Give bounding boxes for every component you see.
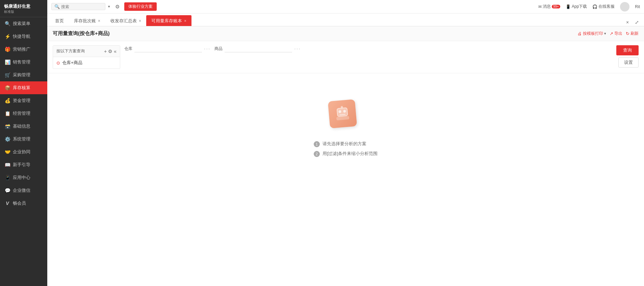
tip-number-2: 2 (314, 151, 320, 157)
sidebar-item-system[interactable]: ⚙️ 系统管理 (0, 133, 47, 146)
buttons-column: 查询 设置 (616, 45, 639, 68)
sidebar-label-guide: 新手引导 (13, 162, 30, 168)
sidebar-item-shortcut[interactable]: ⚡ 快捷导航 (0, 30, 47, 43)
sidebar-label-sales: 销售管理 (13, 59, 30, 65)
tab-summary[interactable]: 收发存汇总表 × (105, 15, 146, 26)
tab-summary-close[interactable]: × (139, 19, 141, 23)
mobile-icon: 📱 (5, 175, 10, 180)
close-icon: × (626, 20, 629, 25)
filter-inputs: 仓库 ··· 商品 ··· (124, 45, 612, 52)
sidebar-item-marketing[interactable]: 🎁 营销推广 (0, 43, 47, 56)
sidebar: 畅康通好生意 标准版 🔍 搜索菜单 ⚡ 快捷导航 🎁 营销推广 📊 销售管理 🛒… (0, 0, 47, 286)
app-download-label: App下载 (572, 4, 587, 9)
print-label: 按模板打印 (583, 31, 603, 36)
warehouse-dots-button[interactable]: ··· (204, 46, 210, 52)
export-icon: ↗ (610, 31, 613, 36)
online-service-label: 在线客服 (598, 4, 615, 9)
dropdown-arrow-search[interactable]: ▾ (108, 4, 110, 9)
book-icon: 📖 (5, 162, 10, 167)
scheme-add-button[interactable]: + (104, 49, 107, 54)
app-download-action[interactable]: 📱 App下载 (566, 4, 587, 9)
search-box[interactable]: 🔍 (51, 3, 105, 10)
filter-settings-button[interactable]: 设置 (618, 57, 639, 68)
search-input[interactable] (61, 4, 95, 9)
sidebar-label-member: 畅会员 (13, 200, 26, 206)
scheme-settings-button[interactable]: ⚙ (108, 49, 112, 54)
settings-btn-header[interactable]: ⚙ (113, 2, 122, 11)
print-action[interactable]: 🖨 按模板打印 ▾ (577, 31, 606, 36)
sidebar-item-member[interactable]: V 畅会员 (0, 197, 47, 210)
empty-tips: 1 请先选择要分析的方案 2 用[过滤]条件来缩小分析范围 (314, 141, 378, 157)
phone-icon: 📱 (566, 4, 571, 9)
tab-available-label: 可用量库存账本 (151, 18, 182, 24)
tab-actions: × ⤢ (620, 19, 644, 26)
sidebar-item-guide[interactable]: 📖 新手引导 (0, 158, 47, 171)
sidebar-item-basic[interactable]: 🗃️ 基础信息 (0, 120, 47, 133)
handshake-icon: 🤝 (5, 149, 10, 155)
goods-dots-button[interactable]: ··· (294, 46, 301, 52)
sidebar-item-sales[interactable]: 📊 销售管理 (0, 56, 47, 69)
wechat-icon: 💬 (5, 188, 10, 193)
sidebar-label-app: 应用中心 (13, 175, 30, 181)
tab-batch-close[interactable]: × (98, 19, 100, 23)
sidebar-label-search: 搜索菜单 (13, 21, 30, 27)
expand-icon: ⤢ (635, 20, 639, 25)
tab-home-label: 首页 (55, 18, 64, 24)
sidebar-item-inventory[interactable]: 📦 库存核算 (0, 81, 47, 94)
filter-scheme-header: 按以下方案查询 + ⚙ « (53, 46, 120, 57)
tab-bar: 首页 库存批次账 × 收发存汇总表 × 可用量库存账本 × × ⤢ (47, 14, 644, 26)
sidebar-label-operation: 经营管理 (13, 110, 30, 116)
empty-state: 1 请先选择要分析的方案 2 用[过滤]条件来缩小分析范围 (47, 73, 644, 184)
scheme-item-warehouse-goods[interactable]: ⊙ 仓库+商品 (53, 57, 120, 69)
money-icon: 💰 (5, 98, 10, 103)
header-actions: ✉ 消息 99+ 📱 App下载 🎧 在线客服 Rit (538, 2, 640, 11)
refresh-action[interactable]: ↻ 刷新 (626, 31, 639, 36)
tab-available[interactable]: 可用量库存账本 × (146, 15, 191, 26)
box-icon: 📦 (5, 85, 10, 90)
expand-button[interactable]: ⤢ (633, 19, 641, 26)
sidebar-item-finance[interactable]: 💰 资金管理 (0, 94, 47, 107)
close-all-button[interactable]: × (624, 19, 631, 26)
print-dropdown-arrow: ▾ (604, 31, 606, 36)
lightning-icon: ⚡ (5, 34, 10, 39)
user-avatar[interactable] (620, 2, 629, 11)
tip-text-2: 用[过滤]条件来缩小分析范围 (323, 151, 378, 157)
refresh-label: 刷新 (630, 31, 639, 36)
tip-text-1: 请先选择要分析的方案 (323, 141, 366, 147)
warehouse-input[interactable] (134, 45, 202, 52)
search-icon: 🔍 (5, 21, 10, 26)
title-actions: 🖨 按模板打印 ▾ ↗ 导出 ↻ 刷新 (577, 31, 639, 36)
page-inner: 可用量查询(按仓库+商品) 🖨 按模板打印 ▾ ↗ 导出 ↻ 刷新 (47, 26, 644, 286)
app-subtitle: 标准版 (4, 9, 43, 14)
headset-icon: 🎧 (592, 4, 597, 9)
goods-input[interactable] (225, 45, 292, 52)
query-button[interactable]: 查询 (616, 45, 639, 55)
sidebar-item-search[interactable]: 🔍 搜索菜单 (0, 17, 47, 30)
message-action[interactable]: ✉ 消息 99+ (538, 4, 560, 9)
sidebar-label-wechat: 企业微信 (13, 187, 30, 193)
sidebar-scroll: 🔍 搜索菜单 ⚡ 快捷导航 🎁 营销推广 📊 销售管理 🛒 采购管理 📦 库存核… (0, 17, 47, 286)
clipboard-icon: 📋 (5, 111, 10, 116)
page-title-bar: 可用量查询(按仓库+商品) 🖨 按模板打印 ▾ ↗ 导出 ↻ 刷新 (47, 26, 644, 41)
tab-home[interactable]: 首页 (50, 15, 69, 26)
online-service-action[interactable]: 🎧 在线客服 (592, 4, 615, 9)
chart-icon: 📊 (5, 59, 10, 65)
trial-button[interactable]: 体验行业方案 (124, 2, 157, 11)
scheme-actions: + ⚙ « (104, 49, 117, 54)
sidebar-item-app[interactable]: 📱 应用中心 (0, 171, 47, 184)
empty-illustration (329, 100, 363, 134)
tab-batch[interactable]: 库存批次账 × (69, 15, 105, 26)
sidebar-item-enterprise[interactable]: 🤝 企业协同 (0, 146, 47, 158)
sidebar-item-operation[interactable]: 📋 经营管理 (0, 107, 47, 120)
sidebar-label-system: 系统管理 (13, 136, 30, 142)
robot-svg (333, 105, 351, 123)
sidebar-item-wechat[interactable]: 💬 企业微信 (0, 184, 47, 197)
scheme-item-label: 仓库+商品 (62, 60, 82, 66)
gear-icon: ⚙️ (5, 136, 10, 142)
tab-available-close[interactable]: × (184, 19, 186, 23)
scheme-collapse-button[interactable]: « (114, 49, 117, 54)
goods-label: 商品 (214, 46, 223, 52)
export-action[interactable]: ↗ 导出 (610, 31, 622, 36)
message-badge: 99+ (552, 5, 560, 8)
sidebar-item-purchase[interactable]: 🛒 采购管理 (0, 69, 47, 81)
